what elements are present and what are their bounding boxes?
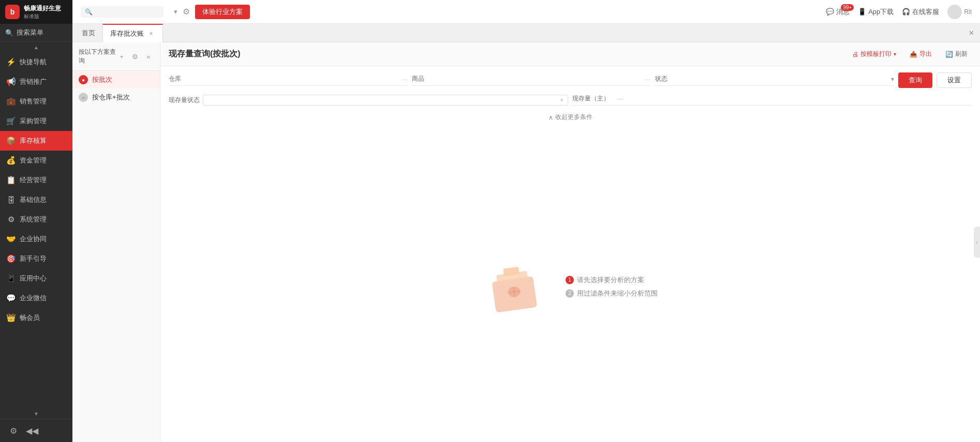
sidebar-item-label: 系统管理	[20, 215, 47, 224]
tabbar-close-btn[interactable]: ×	[965, 28, 978, 38]
filter-section: 仓库 ··· 商品 ··· 状态 ▾	[160, 66, 980, 131]
scroll-down-arrow[interactable]: ▼	[0, 408, 72, 419]
app-logo: b	[5, 5, 20, 19]
scheme-settings-icon[interactable]: ⚙	[130, 51, 140, 62]
sidebar-item-app-center[interactable]: 📱 应用中心	[0, 269, 72, 288]
add-scheme-icon[interactable]: +	[116, 51, 127, 62]
stock-status-select[interactable]: ▾	[203, 95, 568, 106]
print-label: 按模板打印	[860, 50, 892, 58]
topbar-settings-icon[interactable]: ⚙	[183, 7, 190, 17]
hint-2: 2 用过滤条件来缩小分析范围	[566, 289, 658, 298]
query-button[interactable]: 查询	[898, 72, 932, 88]
print-btn[interactable]: 🖨 按模板打印 ▾	[848, 48, 900, 61]
right-panel-handle[interactable]: ‹	[974, 227, 980, 258]
operation-icon: 📋	[6, 175, 16, 185]
sidebar-item-system[interactable]: ⚙ 系统管理	[0, 210, 72, 229]
right-panel: 现存量查询(按批次) 🖨 按模板打印 ▾ 📤 导出 🔄 刷新	[160, 42, 980, 442]
purchase-icon: 🛒	[6, 116, 16, 126]
warehouse-input[interactable]	[192, 76, 398, 83]
quick-nav-icon: ⚡	[6, 57, 16, 67]
hint-1: 1 请先选择要分析的方案	[566, 275, 658, 285]
sidebar-item-inventory[interactable]: 📦 库存核算	[0, 131, 72, 151]
sidebar-item-label: 应用中心	[20, 274, 47, 283]
collapse-sidebar-icon[interactable]: ◀◀	[25, 423, 39, 438]
app-edition: 标准版	[24, 13, 61, 20]
sidebar-footer: ⚙ ◀◀	[0, 419, 72, 442]
topbar-search-icon: 🔍	[85, 8, 93, 16]
tabbar: 首页 库存批次账 × ×	[72, 24, 980, 42]
scheme-label: 按仓库+批次	[92, 93, 130, 102]
page-title: 现存量查询(按批次)	[169, 49, 241, 60]
scheme-item-warehouse-batch[interactable]: ○ 按仓库+批次	[72, 89, 160, 106]
warehouse-more-btn[interactable]: ···	[402, 75, 408, 83]
app-download-label: App下载	[868, 7, 894, 17]
sidebar-item-label: 畅会员	[20, 313, 40, 322]
hint-2-num: 2	[566, 289, 574, 298]
sidebar-item-new-guide[interactable]: 🎯 新手引导	[0, 249, 72, 269]
new-guide-icon: 🎯	[6, 254, 16, 263]
print-dropdown-icon[interactable]: ▾	[894, 51, 896, 57]
sidebar-item-membership[interactable]: 👑 畅会员	[0, 308, 72, 328]
sidebar-item-finance[interactable]: 💰 资金管理	[0, 151, 72, 170]
home-tab-label: 首页	[82, 28, 95, 38]
app-download-btn[interactable]: 📱 App下载	[858, 7, 894, 17]
page-header: 现存量查询(按批次) 🖨 按模板打印 ▾ 📤 导出 🔄 刷新	[160, 42, 980, 66]
empty-illustration	[483, 256, 545, 318]
tab-home[interactable]: 首页	[75, 24, 102, 42]
user-avatar	[947, 5, 962, 19]
scroll-up-arrow[interactable]: ▲	[0, 42, 72, 52]
tab-inventory-batch[interactable]: 库存批次账 ×	[102, 24, 163, 42]
product-input[interactable]	[436, 76, 642, 83]
sidebar-item-purchase[interactable]: 🛒 采购管理	[0, 111, 72, 131]
app-title-block: 畅康通好生意 标准版	[24, 4, 61, 20]
topbar-search-area[interactable]: 🔍	[81, 6, 164, 18]
system-icon: ⚙	[6, 215, 16, 224]
membership-icon: 👑	[6, 313, 16, 322]
settings-footer-icon[interactable]: ⚙	[6, 423, 21, 438]
stock-status-label: 现存量状态	[169, 96, 200, 105]
sidebar-item-operation[interactable]: 📋 经营管理	[0, 170, 72, 190]
sidebar-item-label: 企业协同	[20, 234, 47, 244]
phone-icon: 📱	[858, 8, 866, 16]
stock-qty-label: 现存量（主）	[572, 94, 610, 103]
scheme-item-batch[interactable]: ● 按批次	[72, 71, 160, 89]
status-dropdown-icon[interactable]: ▾	[891, 76, 894, 83]
dropdown-arrow[interactable]: ▾	[174, 8, 177, 16]
sidebar-item-sales[interactable]: 💼 销售管理	[0, 92, 72, 111]
basic-icon: 🗄	[6, 195, 16, 204]
sidebar-item-basic[interactable]: 🗄 基础信息	[0, 190, 72, 210]
scheme-dot-active: ●	[79, 75, 88, 84]
sidebar-search[interactable]: 🔍 搜索菜单	[0, 24, 72, 42]
sidebar: b 畅康通好生意 标准版 🔍 搜索菜单 ▲ ⚡ 快捷导航 📢 营销推广 💼 销售…	[0, 0, 72, 442]
refresh-btn[interactable]: 🔄 刷新	[941, 48, 972, 61]
collapse-text: 收起更多条件	[555, 113, 592, 122]
print-icon: 🖨	[852, 51, 858, 58]
messages-btn[interactable]: 💬 消息 99+	[826, 7, 850, 17]
sidebar-item-label: 经营管理	[20, 175, 47, 185]
export-btn[interactable]: 📤 导出	[905, 48, 936, 61]
marketing-icon: 📢	[6, 77, 16, 86]
export-label: 导出	[919, 50, 932, 58]
industry-btn[interactable]: 体验行业方案	[195, 5, 250, 19]
set-button[interactable]: 设置	[937, 72, 972, 88]
company-name: 畅康通好生意	[24, 4, 61, 13]
sidebar-item-marketing[interactable]: 📢 营销推广	[0, 72, 72, 92]
collapse-filter-btn[interactable]: ∧ 收起更多条件	[169, 110, 972, 125]
sidebar-item-label: 营销推广	[20, 77, 47, 86]
collapse-panel-icon[interactable]: «	[143, 51, 154, 62]
hint-1-text: 请先选择要分析的方案	[577, 275, 644, 285]
sidebar-item-enterprise[interactable]: 🤝 企业协同	[0, 229, 72, 249]
sidebar-item-quick-nav[interactable]: ⚡ 快捷导航	[0, 52, 72, 72]
topbar: 🔍 ▾ ⚙ 体验行业方案 💬 消息 99+ 📱 App下载 🎧 在线客服	[72, 0, 980, 24]
tab-close-btn[interactable]: ×	[147, 30, 155, 38]
main-area: 🔍 ▾ ⚙ 体验行业方案 💬 消息 99+ 📱 App下载 🎧 在线客服	[72, 0, 980, 442]
empty-hints: 1 请先选择要分析的方案 2 用过滤条件来缩小分析范围	[566, 275, 658, 298]
online-service-label: 在线客服	[912, 7, 939, 17]
empty-state: 1 请先选择要分析的方案 2 用过滤条件来缩小分析范围	[160, 131, 980, 442]
online-service-btn[interactable]: 🎧 在线客服	[902, 7, 939, 17]
hint-2-text: 用过滤条件来缩小分析范围	[577, 289, 658, 298]
topbar-search-input[interactable]	[95, 8, 146, 16]
product-more-btn[interactable]: ···	[645, 75, 651, 83]
sidebar-item-wechat[interactable]: 💬 企业微信	[0, 288, 72, 308]
user-profile-btn[interactable]: Rit	[947, 5, 972, 19]
